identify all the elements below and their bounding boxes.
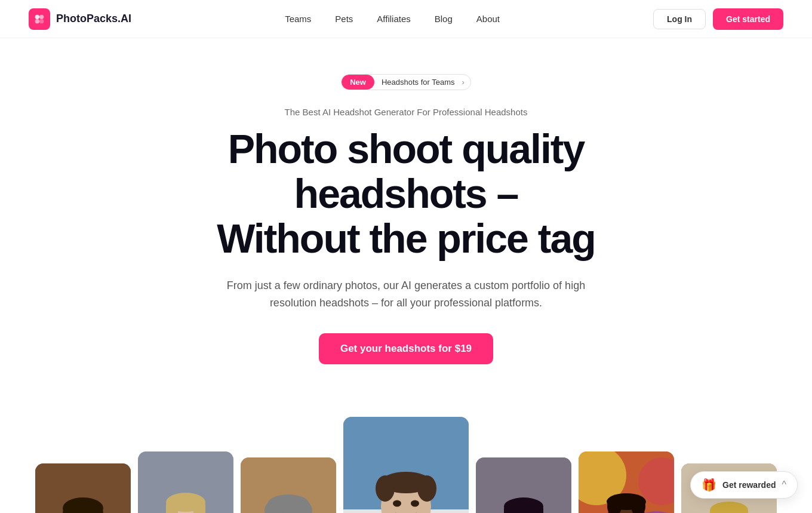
badge-headshots-text: Headshots for Teams bbox=[374, 75, 462, 90]
svg-point-50 bbox=[504, 503, 543, 513]
svg-point-57 bbox=[579, 451, 626, 505]
gallery-photo-5 bbox=[476, 457, 571, 513]
svg-point-2 bbox=[35, 19, 39, 23]
svg-point-28 bbox=[267, 500, 309, 513]
svg-rect-51 bbox=[504, 505, 515, 513]
reward-button[interactable]: 🎁 Get rewarded ^ bbox=[690, 471, 798, 499]
svg-point-0 bbox=[35, 14, 39, 19]
login-button[interactable]: Log In bbox=[653, 9, 706, 29]
svg-rect-14 bbox=[138, 451, 233, 513]
hero-description: From just a few ordinary photos, our AI … bbox=[221, 277, 591, 312]
svg-point-11 bbox=[87, 502, 103, 513]
svg-point-44 bbox=[393, 500, 401, 506]
svg-point-8 bbox=[63, 503, 103, 513]
svg-point-10 bbox=[63, 502, 79, 513]
svg-point-64 bbox=[607, 499, 646, 513]
gallery-photo-3 bbox=[241, 457, 336, 513]
svg-point-66 bbox=[607, 497, 622, 513]
new-headshots-badge[interactable]: New Headshots for Teams › bbox=[341, 74, 471, 90]
svg-point-1 bbox=[39, 14, 44, 19]
nav-links: Teams Pets Affiliates Blog About bbox=[285, 14, 500, 24]
svg-point-78 bbox=[710, 502, 748, 513]
svg-rect-24 bbox=[241, 457, 336, 513]
svg-point-53 bbox=[504, 497, 543, 513]
hero-title: Photo shoot quality headshots – Without … bbox=[137, 127, 675, 260]
svg-rect-77 bbox=[739, 509, 748, 513]
svg-rect-56 bbox=[579, 451, 674, 513]
chevron-up-icon: ^ bbox=[782, 480, 786, 490]
svg-point-59 bbox=[638, 457, 674, 505]
svg-point-31 bbox=[294, 500, 312, 513]
badge-arrow-icon: › bbox=[462, 78, 470, 87]
svg-rect-46 bbox=[476, 457, 571, 513]
svg-rect-35 bbox=[343, 417, 469, 513]
hero-title-line1: Photo shoot quality headshots – bbox=[228, 126, 585, 216]
hero-subtitle: The Best AI Headshot Generator For Profe… bbox=[14, 107, 798, 117]
svg-point-39 bbox=[381, 479, 431, 513]
nav-blog[interactable]: Blog bbox=[435, 14, 453, 24]
svg-rect-20 bbox=[193, 500, 205, 513]
gallery-photo-6 bbox=[579, 451, 674, 513]
svg-point-29 bbox=[267, 494, 309, 513]
hero-cta-button[interactable]: Get your headshots for $19 bbox=[319, 333, 493, 364]
svg-point-45 bbox=[411, 500, 419, 506]
badge-new-label: New bbox=[342, 75, 374, 90]
photo-gallery bbox=[0, 388, 812, 513]
svg-point-9 bbox=[63, 497, 103, 513]
svg-point-30 bbox=[264, 500, 282, 513]
svg-point-3 bbox=[39, 19, 44, 23]
navigation: PhotoPacks.AI Teams Pets Affiliates Blog… bbox=[0, 0, 812, 38]
svg-point-40 bbox=[381, 472, 431, 493]
svg-rect-36 bbox=[343, 509, 469, 513]
svg-point-18 bbox=[166, 500, 205, 513]
svg-point-21 bbox=[166, 493, 205, 512]
svg-point-42 bbox=[417, 475, 436, 502]
gallery-photo-2 bbox=[138, 451, 233, 513]
nav-actions: Log In Get started bbox=[653, 8, 783, 30]
nav-teams[interactable]: Teams bbox=[285, 14, 311, 24]
logo-text: PhotoPacks.AI bbox=[56, 13, 131, 25]
svg-point-41 bbox=[376, 475, 395, 502]
logo[interactable]: PhotoPacks.AI bbox=[29, 8, 131, 30]
svg-point-67 bbox=[631, 497, 645, 513]
hero-title-line2: Without the price tag bbox=[217, 216, 595, 261]
nav-pets[interactable]: Pets bbox=[335, 14, 353, 24]
reward-label: Get rewarded bbox=[722, 480, 776, 490]
logo-icon bbox=[29, 8, 50, 30]
gallery-photo-1 bbox=[35, 463, 131, 513]
gift-icon: 🎁 bbox=[702, 478, 716, 492]
nav-about[interactable]: About bbox=[476, 14, 500, 24]
svg-rect-52 bbox=[533, 505, 543, 513]
svg-rect-4 bbox=[35, 463, 131, 513]
svg-rect-76 bbox=[710, 509, 719, 513]
svg-rect-19 bbox=[166, 500, 178, 513]
svg-point-65 bbox=[607, 493, 646, 510]
hero-section: New Headshots for Teams › The Best AI He… bbox=[0, 38, 812, 388]
gallery-photo-4 bbox=[343, 417, 469, 513]
nav-affiliates[interactable]: Affiliates bbox=[377, 14, 410, 24]
get-started-button[interactable]: Get started bbox=[713, 8, 783, 30]
svg-point-75 bbox=[710, 506, 748, 513]
